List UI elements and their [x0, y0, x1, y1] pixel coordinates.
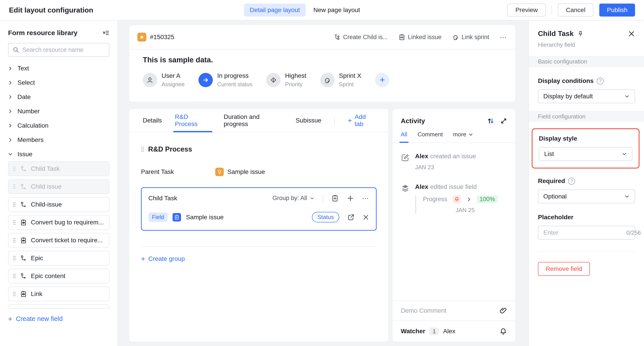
tree-item-number[interactable]: Number [8, 104, 110, 119]
attachment-paperclip-icon[interactable] [500, 307, 507, 315]
cancel-button[interactable]: Cancel [558, 3, 594, 16]
drag-handle-icon[interactable] [12, 273, 16, 279]
subtask-icon [20, 201, 27, 208]
char-counter: 0/256 [626, 229, 641, 236]
sidebar-divider [8, 309, 110, 309]
field-card-child-issue-2[interactable]: Child-issue [8, 197, 110, 212]
field-card-partial [8, 304, 110, 308]
sprint-chip[interactable]: Sprint X Sprint [320, 72, 362, 88]
add-issue-clipboard-icon[interactable] [331, 194, 339, 202]
more-actions-button[interactable]: ⋯ [500, 33, 507, 41]
open-external-icon[interactable] [347, 214, 354, 221]
create-new-field-button[interactable]: + Create new field [8, 315, 110, 323]
publish-button[interactable]: Publish [599, 3, 635, 16]
remove-field-button[interactable]: Remove field [538, 262, 590, 276]
display-style-select[interactable]: List [539, 147, 632, 161]
field-tag: Field [148, 212, 168, 222]
subtask-icon [20, 255, 27, 262]
linked-issue-button[interactable]: Linked issue [398, 34, 442, 41]
drag-handle-icon [12, 184, 16, 189]
field-card-convert-ticket[interactable]: Convert ticket to require... [8, 233, 110, 248]
drag-handle-icon[interactable] [12, 255, 16, 261]
remove-row-icon[interactable] [362, 214, 369, 221]
activity-date: JAN 25 [456, 207, 498, 214]
drag-handle-icon[interactable] [12, 219, 16, 225]
row-issue-name[interactable]: Sample issue [186, 214, 224, 221]
convert-issue-icon [20, 237, 27, 244]
drag-handle-icon[interactable] [12, 291, 16, 297]
actor-name[interactable]: Alex [415, 153, 428, 160]
activity-tabs: All Comment more [393, 131, 515, 143]
activity-more-dropdown[interactable]: more [453, 131, 473, 142]
tree-item-date[interactable]: Date [8, 90, 110, 104]
child-task-group-card[interactable]: Child Task Group by: All ⋯ [141, 187, 376, 231]
drag-handle-icon[interactable] [12, 237, 16, 243]
required-label: Required [538, 177, 565, 185]
close-panel-icon[interactable] [628, 30, 635, 37]
sidebar-title: Form resource library [8, 29, 78, 37]
tree-item-members[interactable]: Members [8, 133, 110, 147]
placeholder-field[interactable]: 0/256 [538, 226, 635, 240]
field-change-block: Progress 0 100% JAN 25 [415, 195, 498, 214]
activity-tab-all[interactable]: All [401, 131, 407, 142]
drag-handle-icon[interactable] [12, 202, 16, 207]
sort-order-icon[interactable] [487, 117, 494, 125]
priority-chip[interactable]: Highest Priority [266, 72, 306, 88]
add-field-chip[interactable]: + [375, 73, 389, 87]
field-card-epic[interactable]: Epic [8, 251, 110, 266]
search-input[interactable] [22, 46, 105, 53]
add-icon[interactable] [347, 195, 354, 202]
help-question-icon[interactable]: ? [568, 178, 575, 185]
field-card-child-issue: Child issue [8, 179, 110, 194]
assignee-chip[interactable]: User A Assignee [143, 72, 184, 88]
issue-id: #150325 [150, 33, 174, 41]
convert-issue-icon [20, 219, 27, 226]
resource-search[interactable] [8, 43, 110, 57]
tab-new-page-layout[interactable]: New page layout [313, 6, 360, 14]
chevron-right-icon [8, 66, 12, 71]
collapse-panel-icon[interactable] [102, 29, 110, 36]
add-tab-button[interactable]: + Add tab [348, 113, 375, 128]
group-by-dropdown[interactable]: Group by: All [272, 195, 314, 202]
tree-item-select[interactable]: Select [8, 76, 110, 90]
actions-divider [552, 6, 552, 14]
display-conditions-select[interactable]: Display by default [538, 89, 635, 103]
watcher-names[interactable]: Alex [443, 328, 455, 335]
display-style-highlight-box: Display style List [532, 128, 640, 169]
tree-item-text[interactable]: Text [8, 61, 110, 76]
group-more-button[interactable]: ⋯ [362, 194, 369, 202]
chevron-down-icon [624, 194, 630, 199]
display-style-label: Display style [539, 135, 577, 142]
drag-handle-icon[interactable] [141, 146, 144, 153]
activity-tab-comment[interactable]: Comment [418, 131, 443, 142]
field-card-epic-content[interactable]: Epic content [8, 269, 110, 283]
tab-detail-page-layout[interactable]: Detail page layout [244, 3, 306, 16]
comment-input[interactable]: Demo Comment [393, 300, 515, 321]
expand-panel-icon[interactable] [500, 118, 507, 124]
tree-item-calculation[interactable]: Calculation [8, 119, 110, 133]
bell-icon[interactable] [500, 328, 507, 335]
pin-icon[interactable] [577, 30, 584, 37]
required-select[interactable]: Optional [538, 189, 635, 203]
tree-item-issue[interactable]: Issue [8, 147, 110, 161]
chevron-down-icon [468, 132, 473, 137]
status-chip[interactable]: In progress Current status [198, 72, 252, 88]
topbar-actions: Preview Cancel Publish [507, 3, 635, 16]
field-card-link[interactable]: Link [8, 287, 110, 301]
tab-rd-process[interactable]: R&D Process [175, 109, 211, 132]
parent-task-value[interactable]: Sample issue [227, 168, 265, 175]
create-child-issue-button[interactable]: Create Child is... [334, 34, 388, 41]
tab-details[interactable]: Details [143, 109, 162, 132]
change-arrow-icon [466, 197, 472, 202]
tab-subissue[interactable]: Subissue [296, 109, 321, 132]
tab-duration-and-progress[interactable]: Duration and progress [224, 109, 282, 132]
chevron-right-icon [8, 123, 12, 128]
link-sprint-button[interactable]: Link sprint [452, 34, 489, 41]
placeholder-input[interactable] [543, 229, 624, 236]
status-pill[interactable]: Status [312, 212, 339, 222]
help-question-icon[interactable]: ? [597, 78, 604, 84]
field-card-convert-bug[interactable]: Convert bug to requirem... [8, 215, 110, 230]
actor-name[interactable]: Alex [415, 183, 428, 190]
preview-button[interactable]: Preview [507, 3, 546, 16]
create-group-button[interactable]: + Create group [141, 255, 376, 262]
